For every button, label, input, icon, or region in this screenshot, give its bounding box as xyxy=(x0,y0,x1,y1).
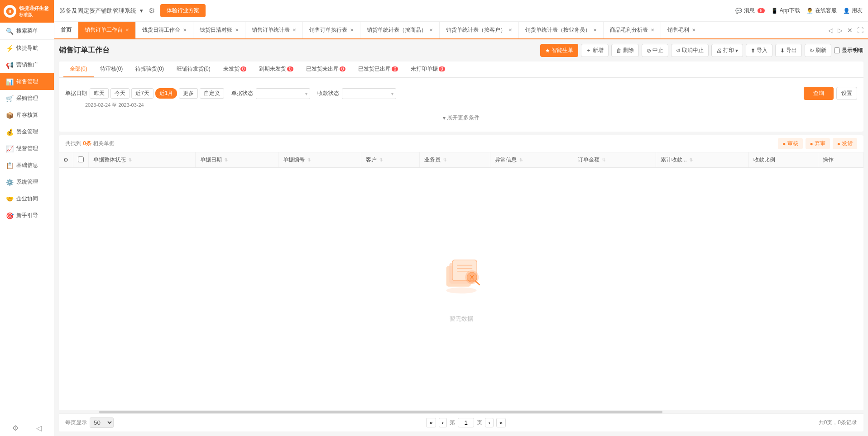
sidebar-item-operation[interactable]: 📈 经营管理 xyxy=(0,140,54,157)
smart-generate-button[interactable]: ★ 智能生单 xyxy=(540,44,578,57)
last-page-button[interactable]: » xyxy=(496,418,506,427)
next-page-button[interactable]: › xyxy=(485,418,493,427)
filter-tab-overdue-ship[interactable]: 到期未发货0 xyxy=(253,62,300,77)
filter-tab-shipped-not-out[interactable]: 已发货未出库0 xyxy=(300,62,352,77)
date-custom-btn[interactable]: 自定义 xyxy=(200,88,224,99)
payment-select[interactable] xyxy=(342,88,396,99)
cancel-audit-button[interactable]: ● 弃审 xyxy=(806,138,830,149)
tab-cash-daily[interactable]: 钱货日清工作台 ✕ xyxy=(136,22,193,38)
show-detail-checkbox[interactable] xyxy=(834,47,840,53)
tab-sales-stat-close[interactable]: ✕ xyxy=(293,28,296,33)
prev-page-button[interactable]: ‹ xyxy=(439,418,447,427)
tab-sales-exec[interactable]: 销售订单执行表 ✕ xyxy=(303,22,360,38)
trial-button[interactable]: 体验行业方案 xyxy=(160,4,206,17)
tab-sales-workbench[interactable]: 销售订单工作台 ✕ xyxy=(78,22,136,38)
horizontal-scrollbar[interactable] xyxy=(59,410,863,413)
sidebar-item-purchase[interactable]: 🛒 采购管理 xyxy=(0,90,54,107)
tab-sales-stat-cust-close[interactable]: ✕ xyxy=(508,28,512,33)
sidebar-item-quick[interactable]: ⚡ 快捷导航 xyxy=(0,40,54,57)
sidebar-item-corp[interactable]: 🤝 企业协同 xyxy=(0,190,54,207)
tab-cash-reconcile-close[interactable]: ✕ xyxy=(235,28,239,33)
export-button[interactable]: ⬇ 导出 xyxy=(775,44,802,57)
tab-sales-stat-prod-close[interactable]: ✕ xyxy=(429,28,433,33)
tab-margin-analysis-close[interactable]: ✕ xyxy=(651,28,654,33)
sort-icon-doc-date[interactable]: ⇅ xyxy=(224,157,228,162)
sidebar-item-inventory[interactable]: 📦 库存核算 xyxy=(0,107,54,123)
sort-icon-collected[interactable]: ⇅ xyxy=(689,157,693,162)
page-size-select[interactable]: 10 20 50 100 xyxy=(90,417,114,428)
refresh-button[interactable]: ↻ 刷新 xyxy=(805,44,831,57)
tab-prev-icon[interactable]: ◁ xyxy=(826,25,835,36)
filter-tab-not-printed[interactable]: 未打印单据0 xyxy=(404,62,451,77)
user-group[interactable]: 👤 用友 xyxy=(843,7,863,14)
tab-cash-daily-close[interactable]: ✕ xyxy=(183,28,187,33)
filter-tab-not-shipped[interactable]: 未发货0 xyxy=(217,62,253,77)
sidebar-item-guide[interactable]: 🎯 新手引导 xyxy=(0,207,54,224)
topbar-settings-icon[interactable]: ⚙ xyxy=(147,5,157,17)
sort-icon-exception[interactable]: ⇅ xyxy=(519,157,523,162)
sort-icon-amount[interactable]: ⇅ xyxy=(602,157,605,162)
sidebar-collapse-icon[interactable]: ◁ xyxy=(36,424,42,432)
print-button[interactable]: 🖨 打印 ▾ xyxy=(711,44,743,57)
sidebar-item-marketing[interactable]: 📢 营销推广 xyxy=(0,57,54,73)
expand-filter-button[interactable]: ▾ 展开更多条件 xyxy=(439,112,483,123)
tab-sales-stat-prod[interactable]: 销货单统计表（按商品） ✕ xyxy=(360,22,440,38)
sidebar-item-sales[interactable]: 📊 销售管理 xyxy=(0,73,54,90)
th-checkbox[interactable] xyxy=(73,152,89,168)
tab-sales-workbench-close[interactable]: ✕ xyxy=(125,28,129,33)
show-detail-label[interactable]: 显示明细 xyxy=(834,47,863,54)
page-input[interactable] xyxy=(458,418,474,427)
th-doc-number: 单据编号 ⇅ xyxy=(278,152,361,168)
tab-home[interactable]: 首页 xyxy=(54,22,78,38)
first-page-button[interactable]: « xyxy=(426,418,436,427)
sidebar-item-finance[interactable]: 💰 资金管理 xyxy=(0,123,54,140)
tab-sales-stat-cust[interactable]: 销货单统计表（按客户） ✕ xyxy=(440,22,519,38)
filter-tab-pending-inspect[interactable]: 待拣验货(0) xyxy=(129,62,170,77)
query-button[interactable]: 查询 xyxy=(804,87,834,100)
tab-sales-stat-staff[interactable]: 销货单统计表（按业务员） ✕ xyxy=(519,22,604,38)
sort-icon-doc-number[interactable]: ⇅ xyxy=(307,157,311,162)
app-download-group[interactable]: 📱 App下载 xyxy=(771,7,800,14)
tab-cash-reconcile[interactable]: 钱货日清对账 ✕ xyxy=(193,22,245,38)
add-button[interactable]: ＋ 新增 xyxy=(581,44,609,57)
message-group[interactable]: 💬 消息 6 xyxy=(735,7,765,14)
date-yesterday-btn[interactable]: 昨天 xyxy=(90,88,109,99)
tab-sales-profit-close[interactable]: ✕ xyxy=(692,28,695,33)
stop-button[interactable]: ⊘ 中止 xyxy=(642,44,668,57)
filter-tab-all[interactable]: 全部(0) xyxy=(63,62,94,77)
date-more-btn[interactable]: 更多 xyxy=(179,88,198,99)
scrollbar-thumb[interactable] xyxy=(99,411,662,413)
select-all-checkbox[interactable] xyxy=(78,156,84,162)
th-settings[interactable]: ⚙ xyxy=(59,152,73,168)
delete-button[interactable]: 🗑 删除 xyxy=(611,44,639,57)
sort-icon-customer[interactable]: ⇅ xyxy=(379,157,383,162)
status-select[interactable] xyxy=(256,88,310,99)
tab-sales-exec-close[interactable]: ✕ xyxy=(350,28,354,33)
date-7days-btn[interactable]: 近7天 xyxy=(131,88,153,99)
date-1month-btn[interactable]: 近1月 xyxy=(155,88,177,99)
sidebar-item-basic[interactable]: 📋 基础信息 xyxy=(0,157,54,174)
table-toolbar: 共找到 0条 相关单据 ● 审核 ● 弃审 ● 发货 xyxy=(59,135,863,152)
tab-close-all-icon[interactable]: ✕ xyxy=(845,25,854,36)
tab-sales-profit[interactable]: 销售毛利 ✕ xyxy=(661,22,702,38)
cancel-stop-button[interactable]: ↺ 取消中止 xyxy=(671,44,709,57)
tab-next-icon[interactable]: ▷ xyxy=(836,25,844,36)
tab-sales-stat-staff-close[interactable]: ✕ xyxy=(593,28,597,33)
audit-button[interactable]: ● 审核 xyxy=(778,138,802,149)
sidebar-item-search[interactable]: 🔍 搜索菜单 xyxy=(0,23,54,40)
sidebar-settings-icon[interactable]: ⚙ xyxy=(12,424,19,432)
sidebar-item-system[interactable]: ⚙️ 系统管理 xyxy=(0,174,54,190)
filter-tab-shipped-out[interactable]: 已发货已出库0 xyxy=(352,62,404,77)
date-today-btn[interactable]: 今天 xyxy=(110,88,129,99)
filter-tab-wangpu-ship[interactable]: 旺铺待发货(0) xyxy=(170,62,217,77)
ship-button[interactable]: ● 发货 xyxy=(833,138,857,149)
import-button[interactable]: ⬆ 导入 xyxy=(746,44,772,57)
tab-margin-analysis[interactable]: 商品毛利分析表 ✕ xyxy=(604,22,661,38)
filter-tab-pending-audit[interactable]: 待审核(0) xyxy=(94,62,129,77)
tab-sales-stat[interactable]: 销售订单统计表 ✕ xyxy=(245,22,303,38)
online-service-group[interactable]: 👨‍💼 在线客服 xyxy=(806,7,837,14)
sort-icon-salesperson[interactable]: ⇅ xyxy=(443,157,446,162)
filter-settings-button[interactable]: 设置 xyxy=(836,87,857,100)
tab-fullscreen-icon[interactable]: ⛶ xyxy=(855,25,865,36)
sort-icon-doc-status[interactable]: ⇅ xyxy=(128,157,132,162)
